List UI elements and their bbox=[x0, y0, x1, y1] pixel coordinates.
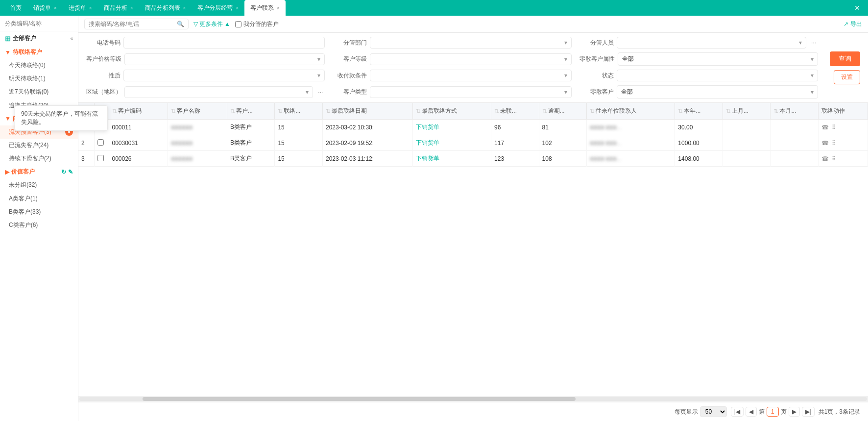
sidebar-item-declining[interactable]: 持续下滑客户(2) bbox=[0, 152, 78, 165]
main-layout: 🔍 ⊞ 全部客户 « ▼ 待联络客户 今天待联络(0) 明天待联络(1) 近7天… bbox=[0, 16, 868, 421]
sidebar-item-tomorrow[interactable]: 明天待联络(1) bbox=[0, 72, 78, 85]
filter-status-select[interactable]: ▾ bbox=[617, 70, 818, 81]
sidebar-item-today[interactable]: 今天待联络(0) bbox=[0, 59, 78, 72]
filter-customer-type-select[interactable]: ▾ bbox=[370, 86, 571, 98]
last-method-link[interactable]: 下销货单 bbox=[416, 155, 439, 162]
filter-nature-select[interactable]: ▾ bbox=[123, 70, 325, 81]
main-search-input[interactable] bbox=[89, 21, 177, 27]
my-customers-check[interactable] bbox=[235, 21, 241, 27]
nav-purchase[interactable]: 进货单 × bbox=[63, 0, 98, 16]
per-page-select[interactable]: 50 100 200 bbox=[700, 406, 727, 417]
filter-person-select[interactable]: ▾ bbox=[617, 37, 806, 49]
first-page-btn[interactable]: |◀ bbox=[731, 407, 744, 417]
th-contact[interactable]: ⇅ 联络... bbox=[275, 103, 323, 120]
close-customer-tier-tab[interactable]: × bbox=[236, 5, 239, 11]
cell-checkbox[interactable] bbox=[94, 151, 109, 167]
prev-page-btn[interactable]: ◀ bbox=[746, 407, 757, 417]
filter-customer-type: 客户类型 ▾ bbox=[333, 86, 579, 98]
sidebar-search-area: 🔍 bbox=[0, 16, 78, 31]
close-sales-tab[interactable]: × bbox=[54, 5, 57, 11]
sidebar-item-class-c[interactable]: C类客户(6) bbox=[0, 219, 78, 232]
cell-type: B类客户 bbox=[227, 120, 275, 135]
th-person[interactable]: ⇅ 往来单位联系人 bbox=[587, 103, 675, 120]
more-action-icon[interactable]: ⠿ bbox=[832, 140, 836, 147]
th-last-month[interactable]: ⇅ 上月... bbox=[723, 103, 771, 120]
customer-table: ⚙ ⇅ 客户编码 ⇅ bbox=[78, 103, 868, 167]
cell-checkbox[interactable] bbox=[94, 135, 109, 151]
sidebar-item-unclassified[interactable]: 未分组(32) bbox=[0, 178, 78, 192]
export-button[interactable]: ↗ 导出 bbox=[844, 20, 862, 28]
section-value-customers[interactable]: ▶ 价值客户 ↻ ✎ bbox=[0, 165, 78, 178]
th-type[interactable]: ⇅ 客户... bbox=[227, 103, 275, 120]
close-analysis-tab[interactable]: × bbox=[130, 5, 133, 11]
more-action-icon[interactable]: ⠿ bbox=[832, 124, 836, 131]
last-method-link[interactable]: 下销货单 bbox=[416, 139, 439, 146]
person-blurred: ■■■■ ■■■... bbox=[590, 155, 621, 162]
section-pending-contact[interactable]: ▼ 待联络客户 bbox=[0, 46, 78, 59]
all-customers-header[interactable]: ⊞ 全部客户 « bbox=[0, 31, 78, 46]
refresh-icon[interactable]: ↻ bbox=[61, 169, 66, 175]
edit-icon[interactable]: ✎ bbox=[68, 169, 73, 175]
nav-analysis-list[interactable]: 商品分析列表 × bbox=[139, 0, 192, 16]
sidebar-item-class-a[interactable]: A类客户(1) bbox=[0, 192, 78, 205]
close-analysis-list-tab[interactable]: × bbox=[183, 5, 186, 11]
nav-customer-contact[interactable]: 客户联系 × bbox=[244, 0, 286, 16]
contact-icon[interactable]: ☎ bbox=[821, 124, 829, 131]
more-action-icon[interactable]: ⠿ bbox=[832, 155, 836, 162]
close-customer-contact-tab[interactable]: × bbox=[277, 5, 280, 11]
next-page-btn[interactable]: ▶ bbox=[789, 407, 800, 417]
filter-grade-select[interactable]: ▾ bbox=[370, 53, 571, 65]
horizontal-scrollbar[interactable] bbox=[78, 396, 868, 402]
nav-sales[interactable]: 销货单 × bbox=[27, 0, 63, 16]
sort-icon-lm: ⇅ bbox=[726, 108, 731, 115]
settings-button[interactable]: 设置 bbox=[834, 70, 860, 84]
close-purchase-tab[interactable]: × bbox=[89, 5, 92, 11]
th-last-date[interactable]: ⇅ 最后联络日期 bbox=[323, 103, 413, 120]
contact-icon[interactable]: ☎ bbox=[821, 155, 829, 162]
filter-status: 状态 ▾ bbox=[579, 70, 826, 81]
cell-code: 000011 bbox=[109, 120, 168, 135]
row-checkbox[interactable] bbox=[97, 155, 104, 161]
th-this-month[interactable]: ⇅ 本月... bbox=[771, 103, 819, 120]
filter-person-label: 分管人员 bbox=[579, 39, 614, 47]
sidebar-item-class-b[interactable]: B类客户(33) bbox=[0, 205, 78, 219]
nav-analysis[interactable]: 商品分析 × bbox=[98, 0, 139, 16]
filter-region-label: 区域（地区） bbox=[86, 88, 121, 96]
cell-last-date: 2023-02-03 11:12: bbox=[323, 151, 413, 167]
filter-scatter-select[interactable]: 全部 ▾ bbox=[617, 85, 818, 99]
filter-region-dots[interactable]: ··· bbox=[316, 89, 325, 96]
sidebar-item-7days[interactable]: 近7天待联络(0) bbox=[0, 85, 78, 99]
th-overdue[interactable]: ⇅ 逾期... bbox=[539, 103, 587, 120]
sidebar-item-churned[interactable]: 已流失客户(24) bbox=[0, 139, 78, 152]
filter-region-select[interactable]: ▾ bbox=[124, 86, 313, 98]
query-button[interactable]: 查询 bbox=[830, 51, 860, 66]
th-last-method[interactable]: ⇅ 最后联络方式 bbox=[412, 103, 491, 120]
last-page-btn[interactable]: ▶| bbox=[802, 407, 815, 417]
search-icon[interactable]: 🔍 bbox=[177, 21, 184, 27]
nav-home[interactable]: 首页 bbox=[4, 0, 27, 16]
filter-phone-input[interactable] bbox=[123, 37, 325, 49]
cell-this-month bbox=[771, 151, 819, 167]
filter-payment-select[interactable]: ▾ bbox=[370, 70, 571, 81]
window-close-button[interactable]: ✕ bbox=[850, 4, 864, 12]
filter-scatter-prop-select[interactable]: 全部 ▾ bbox=[618, 52, 818, 66]
row-checkbox[interactable] bbox=[97, 139, 104, 146]
th-this-year[interactable]: ⇅ 本年... bbox=[675, 103, 723, 120]
sort-icon-person: ⇅ bbox=[590, 108, 595, 115]
contact-icon[interactable]: ☎ bbox=[821, 140, 829, 147]
last-method-link[interactable]: 下销货单 bbox=[416, 124, 439, 130]
more-conditions-btn[interactable]: ▽ 更多条件 ▲ bbox=[193, 20, 230, 28]
nav-customer-tier[interactable]: 客户分层经营 × bbox=[192, 0, 244, 16]
filter-dept-select[interactable]: ▾ bbox=[370, 37, 571, 49]
my-customers-checkbox[interactable]: 我分管的客户 bbox=[235, 20, 279, 28]
customer-type-dropdown-icon: ▾ bbox=[564, 89, 567, 96]
sidebar-search-input[interactable] bbox=[5, 20, 78, 27]
cell-type: B类客户 bbox=[227, 151, 275, 167]
filter-price-grade-select[interactable]: ▾ bbox=[124, 53, 325, 65]
cell-not-contact: 117 bbox=[491, 135, 539, 151]
th-name[interactable]: ⇅ 客户名称 bbox=[168, 103, 227, 120]
filter-person-dots[interactable]: ··· bbox=[809, 39, 818, 46]
th-code[interactable]: ⇅ 客户编码 bbox=[109, 103, 168, 120]
th-not-contact[interactable]: ⇅ 未联... bbox=[491, 103, 539, 120]
scatter-dropdown-icon: ▾ bbox=[811, 89, 814, 96]
